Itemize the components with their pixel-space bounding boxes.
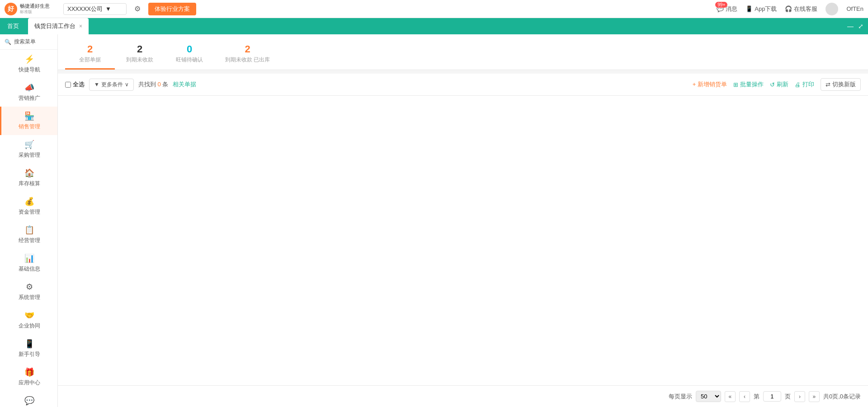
batch-operation-button[interactable]: ⊞ 批量操作 <box>733 80 764 89</box>
purchase-mgmt-icon: 🛒 <box>24 140 34 150</box>
sidebar-item-marketing[interactable]: 📣 营销推广 <box>0 78 57 107</box>
sidebar-item-label: 营销推广 <box>19 94 40 102</box>
logo-title: 畅捷通好生意 <box>20 3 50 9</box>
message-badge: 99+ <box>715 2 727 8</box>
sidebar-item-wechat-work[interactable]: 💬 企业微信 <box>0 391 57 407</box>
sidebar-item-system[interactable]: ⚙ 系统管理 <box>0 277 57 306</box>
sidebar-item-purchase-mgmt[interactable]: 🛒 采购管理 <box>0 135 57 164</box>
company-name: XXXXXX公司 <box>67 5 103 13</box>
stat-tab-all[interactable]: 2 全部单据 <box>65 40 115 70</box>
finance-icon: 💰 <box>24 196 34 206</box>
header-left: 好 畅捷通好生意 标准版 XXXXXX公司 ▼ ⚙ 体验行业方案 <box>5 3 196 15</box>
found-text: 共找到 0 条 <box>138 80 168 89</box>
expand-icon[interactable]: ⤢ <box>858 23 863 30</box>
last-page-button[interactable]: » <box>809 391 820 402</box>
prev-page-icon: ‹ <box>744 393 745 400</box>
app-download-button[interactable]: 📱 App下载 <box>745 5 777 13</box>
collapse-icon[interactable]: — <box>847 23 854 30</box>
system-icon: ⚙ <box>26 282 33 292</box>
select-all-label[interactable]: 全选 <box>65 80 85 89</box>
filter-chevron-icon: ∨ <box>125 81 129 88</box>
stat-count-shipped: 2 <box>245 43 250 55</box>
sidebar-item-app-center[interactable]: 🎁 应用中心 <box>0 363 57 391</box>
search-menu-label: 搜索菜单 <box>14 38 36 46</box>
refresh-button[interactable]: ↺ 刷新 <box>770 80 788 89</box>
logo-area: 好 畅捷通好生意 标准版 <box>5 3 59 15</box>
app-download-label: App下载 <box>755 5 777 13</box>
select-all-checkbox[interactable] <box>65 82 71 88</box>
stat-count-overdue: 2 <box>137 43 142 55</box>
stat-label-all: 全部单据 <box>79 56 101 64</box>
company-selector[interactable]: XXXXXX公司 ▼ <box>63 3 127 15</box>
tab-home[interactable]: 首页 <box>0 18 26 34</box>
tab-work-station[interactable]: 钱货日清工作台 × <box>28 18 89 34</box>
per-page-select[interactable]: 50 20 100 <box>696 391 721 402</box>
content-area: 2 全部单据 2 到期未收款 0 旺铺待确认 2 到期未收款 已出库 全选 ▼ … <box>58 34 868 407</box>
operations-icon: 📋 <box>24 225 34 235</box>
related-records-link[interactable]: 相关单据 <box>173 80 196 89</box>
sidebar-item-guide[interactable]: 📱 新手引导 <box>0 334 57 363</box>
stat-tab-shipped[interactable]: 2 到期未收款 已出库 <box>214 40 281 70</box>
tab-bar: 首页 钱货日清工作台 × — ⤢ <box>0 18 868 34</box>
table-area <box>58 96 868 385</box>
main-layout: 🔍 搜索菜单 ⚡ 快捷导航 📣 营销推广 🏪 销售管理 🛒 采购管理 🏠 库存核… <box>0 34 868 407</box>
cooperation-icon: 🤝 <box>24 310 34 320</box>
batch-icon: ⊞ <box>733 81 738 88</box>
header-right: 💬 99+ 消息 📱 App下载 🎧 在线客服 OfTEn <box>717 3 863 15</box>
refresh-icon: ↺ <box>770 81 775 88</box>
message-icon-wrap: 💬 99+ <box>717 5 724 12</box>
inventory-icon: 🏠 <box>24 168 34 178</box>
sidebar-item-finance[interactable]: 💰 资金管理 <box>0 192 57 220</box>
online-service-button[interactable]: 🎧 在线客服 <box>785 5 817 13</box>
stats-tabs: 2 全部单据 2 到期未收款 0 旺铺待确认 2 到期未收款 已出库 <box>58 34 868 70</box>
online-service-label: 在线客服 <box>794 5 817 13</box>
sidebar-item-sales-mgmt[interactable]: 🏪 销售管理 <box>0 107 57 135</box>
stat-count-all: 2 <box>87 43 93 55</box>
per-page-label: 每页显示 <box>669 393 692 401</box>
switch-version-button[interactable]: ⇄ 切换新版 <box>821 78 861 91</box>
first-page-button[interactable]: « <box>725 391 736 402</box>
sidebar-item-label: 系统管理 <box>19 294 40 301</box>
found-unit: 条 <box>162 81 168 88</box>
more-filter-button[interactable]: ▼ 更多条件 ∨ <box>89 79 134 91</box>
sidebar-item-quick-nav[interactable]: ⚡ 快捷导航 <box>0 50 57 78</box>
avatar[interactable] <box>826 3 838 15</box>
page-input[interactable] <box>763 391 781 402</box>
sidebar-items-list: ⚡ 快捷导航 📣 营销推广 🏪 销售管理 🛒 采购管理 🏠 库存核算 💰 资金管… <box>0 50 57 407</box>
sidebar-item-label: 基础信息 <box>19 265 40 273</box>
username-display[interactable]: OfTEn <box>846 5 863 12</box>
tab-bar-actions: — ⤢ <box>847 23 868 30</box>
switch-label: 切换新版 <box>832 80 856 89</box>
search-icon: 🔍 <box>5 39 11 45</box>
settings-button[interactable]: ⚙ <box>131 3 144 15</box>
stat-label-overdue: 到期未收款 <box>126 56 153 64</box>
more-filter-label: 更多条件 <box>101 81 123 89</box>
stat-tab-pending[interactable]: 0 旺铺待确认 <box>165 40 214 70</box>
first-page-icon: « <box>729 393 732 400</box>
add-sales-order-button[interactable]: + 新增销货单 <box>693 80 727 89</box>
select-all-text: 全选 <box>73 80 85 89</box>
refresh-label: 刷新 <box>777 80 788 89</box>
search-menu-button[interactable]: 🔍 搜索菜单 <box>0 34 57 50</box>
experience-btn[interactable]: 体验行业方案 <box>148 3 196 15</box>
stat-count-pending: 0 <box>187 43 192 55</box>
print-icon: 🖨 <box>795 81 801 88</box>
quick-nav-icon: ⚡ <box>24 54 34 64</box>
stat-tab-overdue[interactable]: 2 到期未收款 <box>115 40 165 70</box>
toolbar: 全选 ▼ 更多条件 ∨ 共找到 0 条 相关单据 + 新增销货单 ⊞ 批量操作 <box>58 74 868 96</box>
print-button[interactable]: 🖨 打印 <box>795 80 814 89</box>
tab-close-icon[interactable]: × <box>79 23 82 29</box>
sidebar-item-operations[interactable]: 📋 经营管理 <box>0 220 57 249</box>
message-label: 消息 <box>726 5 737 13</box>
prev-page-button[interactable]: ‹ <box>739 391 750 402</box>
message-button[interactable]: 💬 99+ 消息 <box>717 5 737 13</box>
sidebar-item-basic-info[interactable]: 📊 基础信息 <box>0 249 57 277</box>
sidebar-item-inventory[interactable]: 🏠 库存核算 <box>0 164 57 192</box>
sidebar-item-cooperation[interactable]: 🤝 企业协同 <box>0 306 57 334</box>
guide-icon: 📱 <box>24 339 34 349</box>
stats-tabs-container: 2 全部单据 2 到期未收款 0 旺铺待确认 2 到期未收款 已出库 <box>65 40 281 70</box>
next-page-button[interactable]: › <box>794 391 805 402</box>
sidebar-item-label: 经营管理 <box>19 237 40 244</box>
sales-mgmt-icon: 🏪 <box>24 111 34 121</box>
app-download-icon: 📱 <box>745 5 753 12</box>
